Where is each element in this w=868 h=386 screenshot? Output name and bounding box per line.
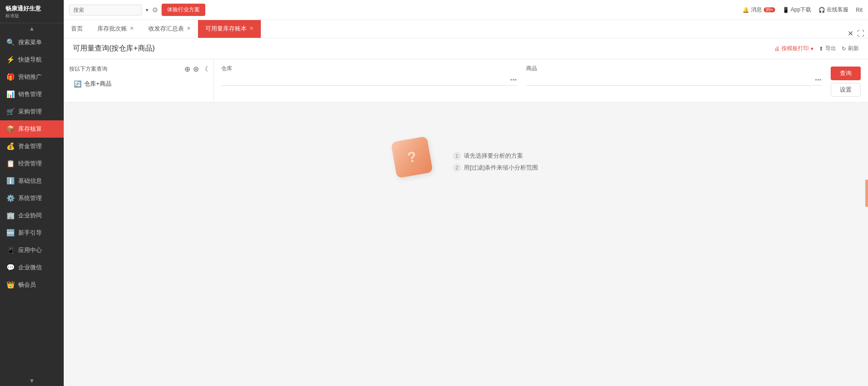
tab-collect-inventory[interactable]: 收发存汇总表 ✕ (141, 20, 198, 38)
tab-batch-account-label: 库存批次账 (97, 25, 127, 33)
sidebar-label-quick-nav: 快捷导航 (18, 56, 42, 64)
empty-state: 1 请先选择要分析的方案 2 用[过滤]条件来缩小分析范围 (64, 103, 868, 221)
sidebar-icon-newbie: 🆕 (6, 229, 15, 237)
tab-maximize-button[interactable]: ⛶ (857, 30, 864, 38)
sidebar-item-newbie[interactable]: 🆕 新手引导 (0, 224, 64, 242)
sidebar-item-basic-info[interactable]: ℹ️ 基础信息 (0, 172, 64, 190)
tab-end-buttons: ✕ ⛶ (844, 29, 868, 38)
tab-available-ledger-label: 可用量库存账本 (205, 25, 247, 33)
tab-home-label: 首页 (71, 25, 83, 33)
sidebar-item-system[interactable]: ⚙️ 系统管理 (0, 190, 64, 207)
sidebar-icon-app-center: 📱 (6, 246, 15, 254)
tab-available-ledger[interactable]: 可用量库存账本 ✕ (198, 20, 261, 38)
export-icon: ⬆ (819, 46, 823, 52)
sidebar-label-finance: 资金管理 (18, 142, 42, 150)
page-title: 可用量查询(按仓库+商品) (73, 44, 155, 53)
empty-state-inner: 1 请先选择要分析的方案 2 用[过滤]条件来缩小分析范围 (394, 139, 538, 185)
tab-batch-account[interactable]: 库存批次账 ✕ (90, 20, 141, 38)
topbar-right: 🔔 消息 99+ 📱 App下载 🎧 在线客服 Rit (742, 6, 863, 14)
collapse-filter-icon[interactable]: 《 (202, 65, 208, 73)
print-label: 按模板打印 (782, 45, 809, 52)
empty-hint-1: 1 请先选择要分析的方案 (453, 150, 538, 162)
dropdown-arrow-icon[interactable]: ▾ (146, 7, 148, 13)
filter-action-buttons: 查询 设置 (831, 65, 861, 97)
filter-left-title: 按以下方案查询 (69, 65, 107, 73)
sidebar-item-wechat[interactable]: 💬 企业微信 (0, 259, 64, 276)
online-service-btn[interactable]: 🎧 在线客服 (818, 6, 848, 14)
sidebar-item-search[interactable]: 🔍 搜索菜单 (0, 34, 64, 51)
filter-area: 按以下方案查询 ⊕ ⊛ 《 🔄 仓库+商品 仓库 (64, 59, 868, 103)
phone-icon: 📱 (782, 7, 789, 13)
empty-hint-2: 2 用[过滤]条件来缩小分析范围 (453, 162, 538, 174)
sidebar-item-inventory[interactable]: 📦 库存核算 (0, 120, 64, 138)
topbar: ▾ ⚙ 体验行业方案 🔔 消息 99+ 📱 App下载 🎧 在线客服 Rit (64, 0, 868, 20)
industry-solution-button[interactable]: 体验行业方案 (162, 4, 205, 16)
sidebar-label-wechat: 企业微信 (18, 263, 42, 272)
refresh-button[interactable]: ↻ 刷新 (842, 45, 859, 52)
scroll-down-btn[interactable]: ▼ (0, 376, 64, 386)
filter-left-actions: ⊕ ⊛ 《 (184, 65, 208, 73)
app-title: 畅康通好生意 (5, 5, 58, 13)
tab-available-ledger-close[interactable]: ✕ (249, 26, 254, 31)
warehouse-input[interactable] (221, 77, 507, 83)
gear-icon[interactable]: ⚙ (152, 6, 158, 14)
sidebar-item-app-center[interactable]: 📱 应用中心 (0, 242, 64, 259)
print-dropdown-icon[interactable]: ▾ (811, 46, 813, 52)
settings-scheme-icon[interactable]: ⊛ (193, 65, 199, 73)
tab-collect-inventory-label: 收发存汇总表 (148, 25, 184, 33)
notification-btn[interactable]: 🔔 消息 99+ (742, 6, 775, 14)
tab-home[interactable]: 首页 (64, 20, 90, 38)
sidebar-label-member: 畅会员 (18, 281, 36, 289)
main-area: ▾ ⚙ 体验行业方案 🔔 消息 99+ 📱 App下载 🎧 在线客服 Rit (64, 0, 868, 386)
sidebar-item-enterprise[interactable]: 🏢 企业协同 (0, 207, 64, 224)
sidebar-icon-inventory: 📦 (6, 125, 15, 133)
notification-badge: 99+ (764, 7, 775, 12)
sidebar: 畅康通好生意 标准版 ▲ 🔍 搜索菜单 ⚡ 快捷导航 🎁 营销推广 📊 销售管理… (0, 0, 64, 386)
app-download-btn[interactable]: 📱 App下载 (782, 6, 811, 14)
sidebar-icon-quick-nav: ⚡ (6, 56, 15, 64)
sidebar-nav: 🔍 搜索菜单 ⚡ 快捷导航 🎁 营销推广 📊 销售管理 🛒 采购管理 📦 库存核… (0, 34, 64, 376)
export-button[interactable]: ⬆ 导出 (819, 45, 836, 52)
sidebar-label-search: 搜索菜单 (18, 38, 42, 46)
print-button[interactable]: 🖨 按模板打印 ▾ (774, 45, 813, 52)
goods-more-icon[interactable]: ••• (815, 76, 822, 83)
tab-close-all-button[interactable]: ✕ (848, 29, 853, 38)
search-input[interactable] (69, 5, 142, 15)
scheme-item-warehouse-goods[interactable]: 🔄 仓库+商品 (69, 77, 208, 91)
sidebar-item-purchase[interactable]: 🛒 采购管理 (0, 103, 64, 120)
sidebar-label-purchase: 采购管理 (18, 108, 42, 116)
scroll-up-btn[interactable]: ▲ (0, 23, 64, 34)
warehouse-more-icon[interactable]: ••• (510, 76, 517, 83)
warehouse-label: 仓库 (221, 65, 517, 72)
tab-bar: 首页 库存批次账 ✕ 收发存汇总表 ✕ 可用量库存账本 ✕ ✕ ⛶ (64, 20, 868, 38)
page-header-actions: 🖨 按模板打印 ▾ ⬆ 导出 ↻ 刷新 (774, 45, 859, 52)
sidebar-icon-finance: 💰 (6, 142, 15, 150)
add-scheme-icon[interactable]: ⊕ (184, 65, 190, 73)
sidebar-item-marketing[interactable]: 🎁 营销推广 (0, 68, 64, 86)
filter-left-panel: 按以下方案查询 ⊕ ⊛ 《 🔄 仓库+商品 (64, 59, 214, 102)
sidebar-item-operations[interactable]: 📋 经营管理 (0, 155, 64, 172)
refresh-icon: ↻ (842, 46, 846, 52)
sidebar-label-operations: 经营管理 (18, 160, 42, 168)
sidebar-item-member[interactable]: 👑 畅会员 (0, 276, 64, 293)
sidebar-icon-purchase: 🛒 (6, 108, 15, 116)
bell-icon: 🔔 (742, 7, 749, 13)
empty-box-illustration (391, 136, 433, 179)
notification-label: 消息 (751, 6, 762, 14)
sidebar-label-basic-info: 基础信息 (18, 177, 42, 185)
username: Rit (856, 7, 863, 13)
scheme-label: 仓库+商品 (84, 80, 112, 88)
sidebar-item-quick-nav[interactable]: ⚡ 快捷导航 (0, 51, 64, 68)
app-download-label: App下载 (791, 6, 811, 14)
scheme-rotate-icon: 🔄 (74, 80, 81, 87)
user-info[interactable]: Rit (856, 7, 863, 13)
tab-batch-account-close[interactable]: ✕ (130, 26, 134, 31)
settings-button[interactable]: 设置 (831, 83, 861, 97)
empty-hint-1-text: 请先选择要分析的方案 (464, 150, 523, 162)
sidebar-item-sales[interactable]: 📊 销售管理 (0, 86, 64, 103)
tab-collect-inventory-close[interactable]: ✕ (187, 26, 191, 31)
goods-input[interactable] (526, 77, 812, 83)
empty-hint-2-text: 用[过滤]条件来缩小分析范围 (464, 162, 538, 174)
sidebar-item-finance[interactable]: 💰 资金管理 (0, 138, 64, 155)
query-button[interactable]: 查询 (831, 67, 861, 80)
